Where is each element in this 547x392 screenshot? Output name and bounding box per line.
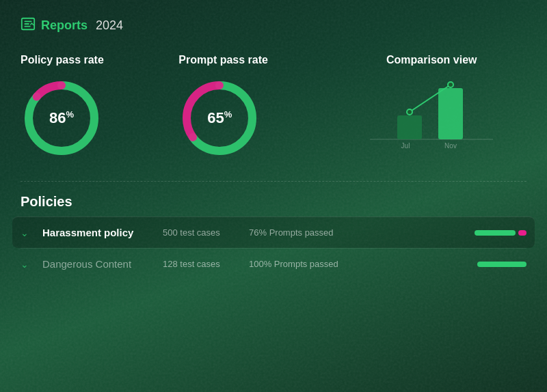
svg-point-11 [407,109,412,115]
prompt-pass-rate-label: Prompt pass rate [178,54,336,66]
prompt-pass-value: 65% [207,109,232,127]
policy-bar [477,262,526,267]
prompts-passed: 100% Prompts passed [249,259,345,269]
comparison-chart: Jul Nov [356,74,507,150]
prompt-pass-rate-section: Prompt pass rate 65% [178,54,336,159]
test-cases-count: 128 test cases [163,259,238,269]
policy-name: Harassment policy [42,227,152,238]
svg-rect-9 [438,88,463,139]
policy-donut: 86% [21,77,103,159]
header: Reports 2024 [21,16,526,35]
comparison-label: Comparison view [337,54,527,66]
policies-title: Policies [21,182,526,216]
bar-green [477,262,526,267]
bar-green [475,230,516,236]
policy-row[interactable]: ⌄ Harassment policy 500 test cases 76% P… [12,216,535,248]
svg-point-12 [448,82,453,87]
header-year: 2024 [96,18,123,33]
policy-row[interactable]: ⌄ Dangerous Content 128 test cases 100% … [21,248,526,279]
chevron-icon: ⌄ [21,259,31,270]
svg-rect-8 [397,115,422,139]
main-container: Reports 2024 Policy pass rate 86% [0,0,547,392]
header-title: Reports [41,18,88,33]
svg-text:Jul: Jul [401,142,410,150]
svg-text:Nov: Nov [444,142,457,150]
policy-pass-rate-label: Policy pass rate [21,54,178,66]
policy-list: ⌄ Harassment policy 500 test cases 76% P… [21,216,526,279]
metrics-row: Policy pass rate 86% Prompt pass rate [21,54,526,159]
bar-pink [518,230,526,236]
prompts-passed: 76% Prompts passed [249,227,345,238]
comparison-section: Comparison view Jul N [337,54,527,159]
policy-pass-value: 86% [49,109,74,127]
policy-pass-rate-section: Policy pass rate 86% [21,54,178,159]
prompt-donut: 65% [178,77,261,159]
policy-name: Dangerous Content [42,258,152,270]
reports-icon [21,16,36,35]
test-cases-count: 500 test cases [163,227,238,238]
policy-bar [475,230,526,236]
chevron-icon: ⌄ [21,227,31,238]
